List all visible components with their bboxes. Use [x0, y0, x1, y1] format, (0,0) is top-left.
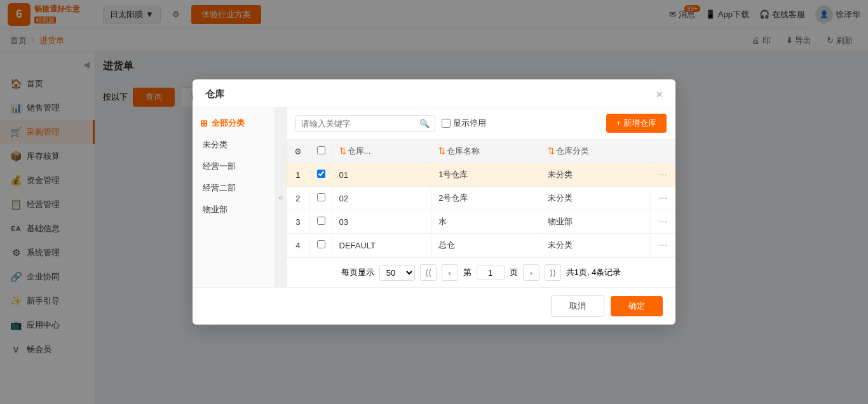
select-all-checkbox[interactable]: [317, 146, 325, 154]
modal-toolbar: 🔍 显示停用 + 新增仓库: [287, 107, 675, 140]
page-label: 页: [510, 267, 518, 278]
row-num: 1: [287, 163, 309, 187]
row-code: 02: [332, 187, 432, 210]
per-page-label: 每页显示: [341, 267, 374, 278]
table-row: 1 01 1号仓库 未分类 ···: [287, 163, 675, 187]
next-page-button[interactable]: ›: [523, 264, 539, 281]
modal-body: ⊞ 全部分类 未分类 经营一部 经营二部 物业部 « 🔍: [193, 107, 675, 287]
col-warehouse-name: ⇅仓库名称: [432, 140, 541, 163]
gear-col-icon: ⚙: [294, 147, 302, 156]
row-more-button[interactable]: ···: [650, 234, 675, 257]
modal-sidebar-collapse-button[interactable]: «: [275, 107, 287, 287]
col-checkbox: [309, 140, 332, 163]
warehouse-table: ⚙ ⇅仓库... ⇅仓库名称 ⇅仓库分类 1 01 1号仓库 未分: [287, 140, 675, 257]
row-name: 1号仓库: [432, 163, 541, 187]
first-page-button[interactable]: ⟨⟨: [420, 264, 437, 281]
modal-category-ops2[interactable]: 经营二部: [193, 177, 275, 199]
col-gear: ⚙: [287, 140, 309, 163]
add-warehouse-button[interactable]: + 新增仓库: [606, 114, 667, 133]
per-page-select[interactable]: 50 100 200: [379, 265, 415, 281]
modal-close-button[interactable]: ×: [656, 89, 663, 100]
search-input[interactable]: [296, 116, 414, 131]
modal-main-content: 🔍 显示停用 + 新增仓库 ⚙: [287, 107, 675, 287]
row-checkbox[interactable]: [309, 234, 332, 257]
row-code: 01: [332, 163, 432, 187]
row-checkbox[interactable]: [309, 187, 332, 210]
modal-category-ops1[interactable]: 经营一部: [193, 156, 275, 177]
row-category: 未分类: [541, 187, 650, 210]
total-info: 共1页, 4条记录: [566, 267, 621, 278]
row-check[interactable]: [317, 240, 325, 248]
page-word: 第: [463, 267, 471, 278]
show-disabled-checkbox[interactable]: 显示停用: [442, 118, 486, 129]
modal-title: 仓库: [205, 88, 224, 100]
pagination-bar: 每页显示 50 100 200 ⟨⟨ ‹ 第 页 › ⟩⟩ 共1页, 4条记录: [287, 257, 675, 287]
row-num: 3: [287, 210, 309, 234]
page-number-input[interactable]: [477, 266, 505, 280]
table-row: 2 02 2号仓库 未分类 ···: [287, 187, 675, 210]
modal-category-uncategorized[interactable]: 未分类: [193, 134, 275, 156]
search-icon[interactable]: 🔍: [414, 116, 435, 131]
row-more-button[interactable]: ···: [650, 163, 675, 187]
row-category: 物业部: [541, 210, 650, 234]
modal-header: 仓库 ×: [193, 79, 675, 107]
modal-category-property[interactable]: 物业部: [193, 199, 275, 220]
row-more-button[interactable]: ···: [650, 187, 675, 210]
row-category: 未分类: [541, 234, 650, 257]
modal-action-footer: 取消 确定: [193, 287, 675, 325]
row-check[interactable]: [317, 193, 325, 201]
row-code: 03: [332, 210, 432, 234]
row-num: 2: [287, 187, 309, 210]
prev-page-button[interactable]: ‹: [442, 264, 458, 281]
row-checkbox[interactable]: [309, 210, 332, 234]
row-check[interactable]: [317, 170, 325, 178]
row-more-button[interactable]: ···: [650, 210, 675, 234]
row-code: DEFAULT: [332, 234, 432, 257]
row-checkbox[interactable]: [309, 163, 332, 187]
col-warehouse-category: ⇅仓库分类: [541, 140, 650, 163]
row-name: 2号仓库: [432, 187, 541, 210]
modal-category-sidebar: ⊞ 全部分类 未分类 经营一部 经营二部 物业部: [193, 107, 275, 287]
warehouse-modal: 仓库 × ⊞ 全部分类 未分类 经营一部 经营二部 物业部 «: [193, 79, 675, 325]
show-disabled-input[interactable]: [442, 119, 451, 128]
row-check[interactable]: [317, 217, 325, 225]
row-num: 4: [287, 234, 309, 257]
col-warehouse-code: ⇅仓库...: [332, 140, 432, 163]
row-name: 水: [432, 210, 541, 234]
grid-icon: ⊞: [200, 118, 208, 128]
row-name: 总仓: [432, 234, 541, 257]
cancel-button[interactable]: 取消: [551, 295, 604, 317]
modal-search-box[interactable]: 🔍: [295, 115, 435, 132]
table-row: 3 03 水 物业部 ···: [287, 210, 675, 234]
table-row: 4 DEFAULT 总仓 未分类 ···: [287, 234, 675, 257]
modal-overlay: 仓库 × ⊞ 全部分类 未分类 经营一部 经营二部 物业部 «: [0, 0, 868, 404]
col-actions: [650, 140, 675, 163]
modal-all-categories[interactable]: ⊞ 全部分类: [193, 112, 275, 134]
confirm-button[interactable]: 确定: [611, 296, 663, 316]
last-page-button[interactable]: ⟩⟩: [545, 264, 561, 281]
row-category: 未分类: [541, 163, 650, 187]
